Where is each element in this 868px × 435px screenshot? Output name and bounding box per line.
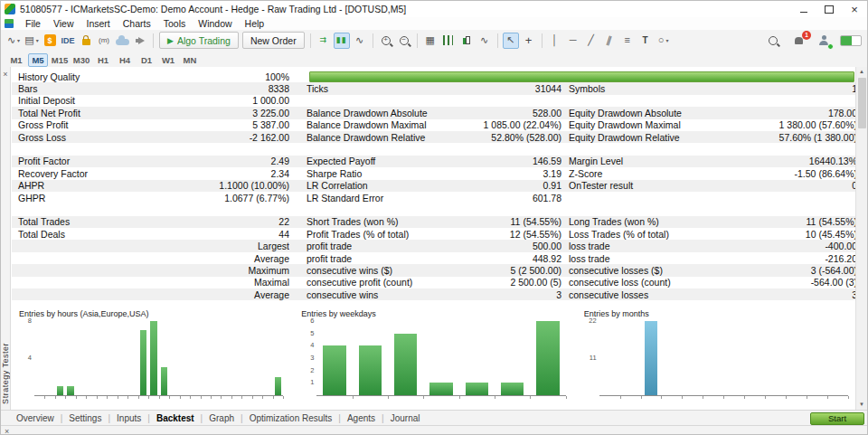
menu-charts[interactable]: Charts: [117, 18, 157, 29]
scroll-up-icon[interactable]: ▲: [859, 67, 864, 77]
notifications-button[interactable]: 1: [790, 33, 807, 49]
timeframe-m1[interactable]: M1: [6, 53, 26, 67]
megaphone-icon: [138, 37, 145, 44]
menu-file[interactable]: File: [19, 18, 47, 29]
lock-button[interactable]: [78, 33, 94, 49]
stat-value: 1 085.00 (22.04%): [478, 119, 561, 130]
metaquotes-button[interactable]: (m): [96, 33, 112, 49]
chart-window-icon[interactable]: [5, 19, 14, 28]
chart-bar: [275, 377, 281, 396]
x-axis-tick: [65, 396, 66, 399]
tab-overview[interactable]: Overview: [10, 413, 61, 423]
line-studies-button[interactable]: ∿: [352, 33, 368, 49]
tile-icon: ▦: [425, 35, 434, 45]
search-button[interactable]: [765, 33, 781, 49]
tab-graph[interactable]: Graph: [203, 413, 241, 423]
zoom-out-icon: −: [400, 36, 409, 45]
timeframe-mn[interactable]: MN: [180, 53, 200, 67]
stats-row: Largestprofit trade500.00loss trade-400.…: [12, 240, 855, 251]
dollar-button[interactable]: $: [42, 33, 58, 49]
stat-value: 5 387.00: [154, 119, 289, 130]
stat-value: 3 225.00: [154, 108, 289, 118]
zoom-out-button[interactable]: −: [396, 33, 412, 49]
new-order-button[interactable]: New Order: [242, 32, 305, 49]
stat-value: -564.00 (3): [750, 277, 855, 288]
backtest-content: History Quality100%Bars8338Ticks31044Sym…: [12, 67, 855, 410]
zoom-in-icon: +: [382, 36, 391, 45]
start-button[interactable]: Start: [810, 412, 864, 425]
stat-value: -216.20: [750, 253, 855, 264]
toolbox-close-icon[interactable]: ×: [5, 427, 9, 435]
chart-bar: [466, 383, 488, 395]
algo-trading-button[interactable]: ▶Algo Trading: [159, 32, 239, 49]
panel-side-label: Strategy Tester: [1, 343, 10, 404]
timeframe-m15[interactable]: M15: [50, 53, 70, 67]
bar-chart-button[interactable]: [440, 33, 457, 49]
stat-value: 448.92: [478, 253, 561, 264]
chart-bar: [645, 321, 658, 395]
x-axis-tick: [703, 396, 703, 399]
menu-window[interactable]: Window: [192, 18, 238, 29]
stat-value: 0.91: [478, 180, 561, 191]
menu-help[interactable]: Help: [239, 18, 271, 29]
x-axis-tick: [169, 396, 170, 399]
minimize-icon: [800, 12, 807, 13]
indicator-windows-button[interactable]: ▮▮: [334, 33, 350, 49]
chevron-down-icon: ▾: [665, 37, 668, 43]
stats-row: History Quality100%: [12, 71, 855, 82]
scroll-down-icon[interactable]: ▼: [859, 400, 864, 410]
scrollbar-thumb[interactable]: [858, 78, 866, 128]
zoom-in-button[interactable]: +: [378, 33, 394, 49]
shapes-dropdown[interactable]: ○▾: [656, 33, 672, 49]
news-button[interactable]: [132, 33, 148, 49]
trendline-button[interactable]: ╱: [583, 33, 599, 49]
tab-agents[interactable]: Agents: [341, 413, 382, 423]
text-tool-button[interactable]: T: [637, 33, 654, 49]
stat-label: profit trade: [307, 253, 478, 264]
x-axis-tick: [201, 396, 202, 399]
tab-backtest[interactable]: Backtest: [150, 413, 201, 423]
stat-value: 1: [750, 83, 855, 94]
chart-profile-dropdown[interactable]: ▤▾: [24, 33, 40, 49]
tab-settings[interactable]: Settings: [62, 413, 108, 423]
timeframe-h1[interactable]: H1: [93, 53, 113, 67]
x-axis-tick: [76, 396, 77, 399]
horizontal-line-button[interactable]: ─: [565, 33, 581, 49]
tab-optimization-results[interactable]: Optimization Results: [243, 413, 339, 423]
channel-button[interactable]: ∥: [601, 33, 618, 49]
vertical-line-button[interactable]: │: [547, 33, 563, 49]
stats-row: Total Trades22Short Trades (won %)11 (54…: [12, 216, 855, 228]
tile-windows-button[interactable]: ▦: [422, 33, 439, 49]
menu-tools[interactable]: Tools: [157, 18, 193, 29]
cloud-button[interactable]: [114, 33, 130, 49]
pointer-button[interactable]: ↖: [503, 33, 519, 49]
vertical-scrollbar[interactable]: ▲ ▼: [855, 67, 867, 410]
minimize-button[interactable]: [791, 1, 816, 17]
timeframe-h4[interactable]: H4: [115, 53, 135, 67]
timeframe-d1[interactable]: D1: [137, 53, 156, 67]
account-status-button[interactable]: [816, 33, 832, 49]
menu-view[interactable]: View: [47, 18, 80, 29]
tab-inputs[interactable]: Inputs: [110, 413, 147, 423]
stat-label: Equity Drawdown Relative: [569, 132, 750, 143]
timeframe-w1[interactable]: W1: [158, 53, 178, 67]
chart-mode-dropdown[interactable]: ∿▾: [5, 33, 22, 49]
panel-close-icon[interactable]: ×: [3, 70, 7, 79]
chart-shift-button[interactable]: ⇉: [316, 33, 332, 49]
tab-journal[interactable]: Journal: [384, 413, 427, 423]
window-title: 51080577 - ICMarketsSC-Demo: Demo Accoun…: [20, 4, 406, 14]
ide-button[interactable]: IDE: [60, 33, 76, 49]
candlestick-button[interactable]: [458, 33, 475, 49]
timeframe-m5[interactable]: M5: [28, 53, 48, 67]
fibonacci-button[interactable]: ≡: [619, 33, 636, 49]
stat-label: loss trade: [569, 253, 750, 264]
menu-insert[interactable]: Insert: [80, 18, 117, 29]
stats-spacer-row: [12, 203, 855, 215]
crosshair-button[interactable]: +: [521, 33, 537, 49]
restore-button[interactable]: [816, 1, 842, 17]
timeframe-m30[interactable]: M30: [71, 53, 91, 67]
line-chart-button[interactable]: ∿: [476, 33, 493, 49]
stat-value: 3: [750, 289, 855, 300]
stat-label: Total Deals: [12, 229, 154, 240]
close-button[interactable]: ×: [842, 1, 867, 17]
